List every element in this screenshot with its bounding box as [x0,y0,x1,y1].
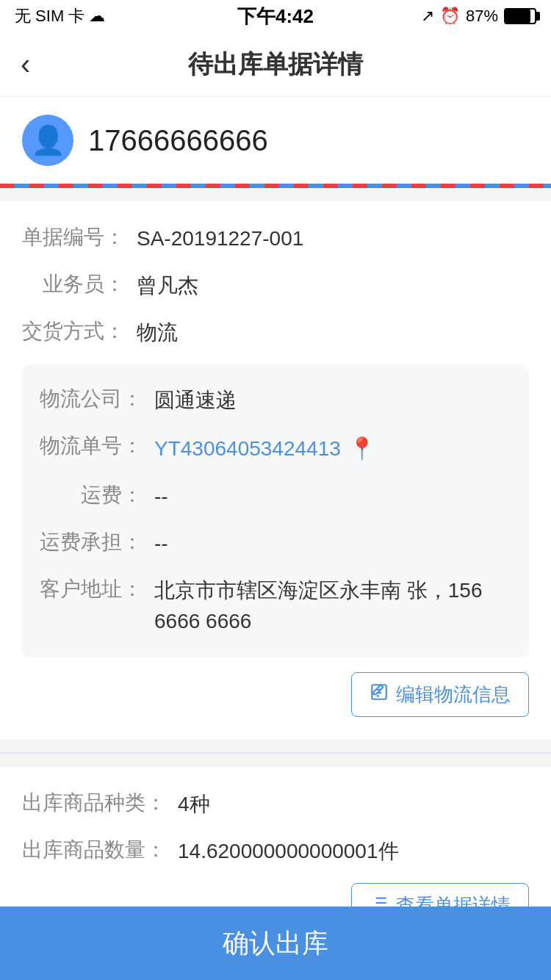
freight-bear-value: -- [154,528,511,559]
logistics-company-label: 物流公司： [40,385,143,413]
dashed-divider [0,184,551,188]
confirm-outbound-label: 确认出库 [223,926,328,962]
goods-quantity-value: 14.620000000000001件 [178,836,529,867]
sim-label: 无 SIM 卡 ☁ [15,5,105,27]
status-time: 下午4:42 [237,4,314,29]
logistics-company-value: 圆通速递 [154,385,511,416]
salesman-label: 业务员： [22,270,125,298]
person-icon: 👤 [31,124,65,156]
tracking-number: YT43064053424413 [154,433,341,464]
delivery-method-value: 物流 [137,317,529,348]
logistics-inner-section: 物流公司： 圆通速递 物流单号： YT43064053424413 📍 运费： … [22,364,529,657]
address-label: 客户地址： [40,575,143,603]
customer-phone: 17666666666 [88,124,268,157]
goods-quantity-label: 出库商品数量： [22,836,166,864]
goods-types-value: 4种 [178,789,529,820]
edit-icon [370,682,389,707]
map-pin-icon[interactable]: 📍 [348,432,375,465]
tracking-row: 物流单号： YT43064053424413 📍 [40,432,511,465]
basic-info-section: 单据编号： SA-20191227-001 业务员： 曾凡杰 交货方式： 物流 … [0,201,551,739]
freight-value: -- [154,481,511,512]
edit-btn-row: 编辑物流信息 [22,672,529,717]
tracking-label: 物流单号： [40,432,143,460]
doc-number-value: SA-20191227-001 [137,223,529,254]
status-bar: 无 SIM 卡 ☁ 下午4:42 ↗ ⏰ 87% [0,0,551,32]
confirm-outbound-button[interactable]: 确认出库 [0,907,551,980]
alarm-icon: ⏰ [440,7,460,26]
location-status-icon: ↗ [421,7,434,26]
edit-logistics-button[interactable]: 编辑物流信息 [351,672,529,717]
doc-number-label: 单据编号： [22,223,125,251]
page-title: 待出库单据详情 [188,48,363,82]
goods-types-row: 出库商品种类： 4种 [22,789,529,820]
goods-quantity-row: 出库商品数量： 14.620000000000001件 [22,836,529,867]
back-button[interactable]: ‹ [21,48,30,81]
freight-bear-label: 运费承担： [40,528,143,556]
section-divider [0,752,551,754]
logistics-company-row: 物流公司： 圆通速递 [40,385,511,416]
nav-bar: ‹ 待出库单据详情 [0,32,551,97]
doc-number-row: 单据编号： SA-20191227-001 [22,223,529,254]
delivery-method-label: 交货方式： [22,317,125,345]
tracking-value: YT43064053424413 📍 [154,432,511,465]
address-value: 北京市市辖区海淀区永丰南 张，156 6666 6666 [154,575,511,637]
freight-row: 运费： -- [40,481,511,512]
salesman-row: 业务员： 曾凡杰 [22,270,529,301]
edit-logistics-label: 编辑物流信息 [396,682,511,707]
address-row: 客户地址： 北京市市辖区海淀区永丰南 张，156 6666 6666 [40,575,511,637]
salesman-value: 曾凡杰 [137,270,529,301]
freight-label: 运费： [40,481,143,509]
customer-header: 👤 17666666666 [0,97,551,184]
freight-bear-row: 运费承担： -- [40,528,511,559]
status-left: 无 SIM 卡 ☁ [15,5,105,27]
avatar: 👤 [22,115,73,166]
goods-types-label: 出库商品种类： [22,789,166,817]
delivery-method-row: 交货方式： 物流 [22,317,529,348]
battery-icon [504,8,536,24]
battery-label: 87% [466,7,498,26]
status-right: ↗ ⏰ 87% [421,7,536,26]
